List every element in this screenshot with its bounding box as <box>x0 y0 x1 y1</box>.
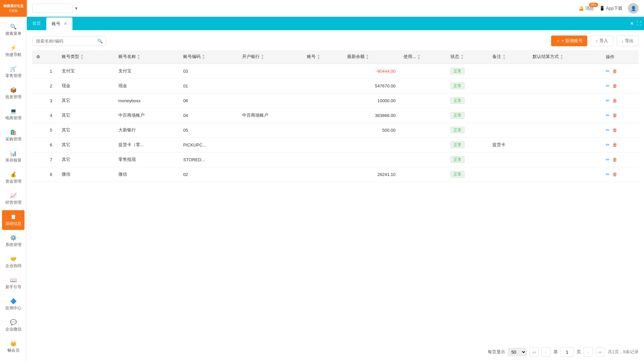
edit-button-5[interactable]: ✏ <box>606 142 610 147</box>
table-header: ⚙ 账号类型▲▼ 账号名称▲▼ 账号编码▲▼ 开户银行▲▼ 账号▲▼ 最新余额▲… <box>32 50 639 64</box>
sidebar-item-quick-nav[interactable]: ⚡快捷导航 <box>2 41 24 61</box>
sidebar-item-vip-member[interactable]: 👑畅会员 <box>2 337 24 357</box>
sidebar-item-search-menu[interactable]: 🔍搜索菜单 <box>2 20 24 40</box>
enterprise-wechat-icon: 💬 <box>10 319 17 325</box>
delete-button-5[interactable]: 🗑 <box>612 142 617 147</box>
import-button[interactable]: ↑ 导入 <box>591 36 613 46</box>
sidebar-item-beginner-guide[interactable]: 📖新手引导 <box>2 274 24 293</box>
th-bank[interactable]: 开户银行▲▼ <box>238 50 303 64</box>
th-account-name[interactable]: 账号名称▲▼ <box>114 50 179 64</box>
topbar-search-input[interactable] <box>32 4 72 13</box>
td-settings-5 <box>32 137 44 152</box>
delete-button-1[interactable]: 🗑 <box>612 83 617 88</box>
td-account-code-6: STORED... <box>179 152 238 167</box>
td-bank-0 <box>238 64 303 78</box>
th-account-code[interactable]: 账号编码▲▼ <box>179 50 238 64</box>
sidebar-item-enterprise-wechat[interactable]: 💬企业微信 <box>2 316 24 336</box>
th-settings[interactable]: ⚙ <box>32 50 44 64</box>
edit-button-1[interactable]: ✏ <box>606 83 610 88</box>
td-account-code-7: 02 <box>179 167 238 182</box>
sidebar: 畅捷通好生意 乐版版 🔍搜索菜单⚡快捷导航🛒零售管理📦批发管理💻电商管理🛍️采购… <box>0 0 27 362</box>
edit-button-7[interactable]: ✏ <box>606 172 610 177</box>
td-latest-balance-7: 28241.10 <box>343 167 400 182</box>
export-button[interactable]: ↓ 导出 <box>616 36 639 46</box>
edit-button-6[interactable]: ✏ <box>606 157 610 162</box>
th-latest-balance[interactable]: 最新余额▲▼ <box>343 50 400 64</box>
page-input[interactable] <box>560 347 574 357</box>
sidebar-item-app-center[interactable]: 🔷应用中心 <box>2 295 24 314</box>
td-bank-5 <box>238 137 303 152</box>
th-default-payment[interactable]: 默认结算方式▲▼ <box>529 50 602 64</box>
delete-button-0[interactable]: 🗑 <box>612 68 617 74</box>
bell-icon: 🔔 <box>579 6 584 11</box>
topbar-right: 🔔 消息 99+ 📱 App下载 👤 <box>579 3 639 14</box>
page-size-label: 每页显示 <box>488 349 505 355</box>
topbar-message[interactable]: 🔔 消息 99+ <box>579 5 594 11</box>
edit-button-4[interactable]: ✏ <box>606 127 610 133</box>
prev-page-button[interactable]: ‹ <box>541 347 551 357</box>
delete-button-2[interactable]: 🗑 <box>612 98 617 103</box>
th-status[interactable]: 状态▲▼ <box>446 50 488 64</box>
settings-icon[interactable]: ⚙ <box>36 54 40 59</box>
td-remark-1 <box>488 78 529 93</box>
sidebar-item-inventory[interactable]: 📊库存核算 <box>2 147 24 167</box>
sidebar-item-purchase-mgmt[interactable]: 🛍️采购管理 <box>2 126 24 145</box>
next-page-button[interactable]: › <box>584 347 593 357</box>
sidebar-item-enterprise-agreement[interactable]: 🤝企业协同 <box>2 252 24 272</box>
sidebar-item-wholesale-mgmt[interactable]: 📦批发管理 <box>2 83 24 103</box>
td-account-no-5 <box>303 137 343 152</box>
tab-home[interactable]: 首页 <box>27 17 46 30</box>
edit-button-3[interactable]: ✏ <box>606 113 610 118</box>
topbar-app-download[interactable]: 📱 App下载 <box>599 5 623 11</box>
sidebar-item-retail-mgmt[interactable]: 🛒零售管理 <box>2 62 24 82</box>
tab-account-close[interactable]: ✕ <box>64 21 67 26</box>
td-usage-4 <box>399 123 446 137</box>
delete-button-3[interactable]: 🗑 <box>612 113 617 118</box>
tab-close-icon[interactable]: ✕ <box>630 21 634 26</box>
search-button[interactable]: 🔍 <box>95 37 106 46</box>
user-avatar[interactable]: 👤 <box>628 3 639 14</box>
sidebar-item-operation-mgmt[interactable]: 📈经营管理 <box>2 189 24 209</box>
table-row: 3 其它 moneybosx 06 10000.00 正常 ✏ 🗑 <box>32 93 639 108</box>
td-actions-0: ✏ 🗑 <box>602 64 639 78</box>
sidebar-item-label: 基础信息 <box>5 221 21 227</box>
beginner-guide-icon: 📖 <box>10 277 17 283</box>
sidebar-item-system-mgmt[interactable]: ⚙️系统管理 <box>2 231 24 251</box>
page-size-select[interactable]: 50 10 20 100 <box>508 348 527 356</box>
tab-expand-icon[interactable]: ⛶ <box>637 21 641 26</box>
td-settings-6 <box>32 152 44 167</box>
delete-button-4[interactable]: 🗑 <box>612 127 617 133</box>
td-remark-5: 提货卡 <box>488 137 529 152</box>
td-bank-1 <box>238 78 303 93</box>
topbar-dropdown[interactable]: ▾ <box>75 6 77 11</box>
last-page-button[interactable]: ⏭ <box>596 347 605 357</box>
edit-button-2[interactable]: ✏ <box>606 98 610 103</box>
enterprise-agreement-icon: 🤝 <box>10 256 17 262</box>
delete-button-6[interactable]: 🗑 <box>612 157 617 162</box>
delete-button-7[interactable]: 🗑 <box>612 172 617 177</box>
th-usage[interactable]: 使用...▲▼ <box>399 50 446 64</box>
td-account-code-5: PICKUPC... <box>179 137 238 152</box>
sidebar-item-ecommerce-mgmt[interactable]: 💻电商管理 <box>2 105 24 124</box>
tab-account[interactable]: 账号 ✕ <box>46 17 72 30</box>
sidebar-item-label: 搜索菜单 <box>5 31 21 37</box>
sidebar-item-basic-info[interactable]: 📋基础信息 <box>2 210 24 230</box>
th-account-no[interactable]: 账号▲▼ <box>303 50 343 64</box>
quick-nav-icon: ⚡ <box>10 45 17 51</box>
td-status-7: 正常 <box>446 167 488 182</box>
td-settings-4 <box>32 123 44 137</box>
add-account-button[interactable]: ＋ + 新增账号 <box>551 36 587 46</box>
search-input[interactable] <box>33 37 95 46</box>
edit-button-0[interactable]: ✏ <box>606 68 610 74</box>
td-account-no-4 <box>303 123 343 137</box>
td-account-type-0: 支付宝 <box>58 64 114 78</box>
th-account-type[interactable]: 账号类型▲▼ <box>58 50 114 64</box>
sidebar-item-fund-mgmt[interactable]: 💰资金管理 <box>2 168 24 188</box>
td-num-6: 7 <box>44 152 58 167</box>
phone-icon: 📱 <box>599 6 605 11</box>
th-remark[interactable]: 备注▲▼ <box>488 50 529 64</box>
first-page-button[interactable]: ⏮ <box>529 347 539 357</box>
td-default-payment-2 <box>529 93 602 108</box>
td-default-payment-4 <box>529 123 602 137</box>
td-account-type-2: 其它 <box>58 93 114 108</box>
